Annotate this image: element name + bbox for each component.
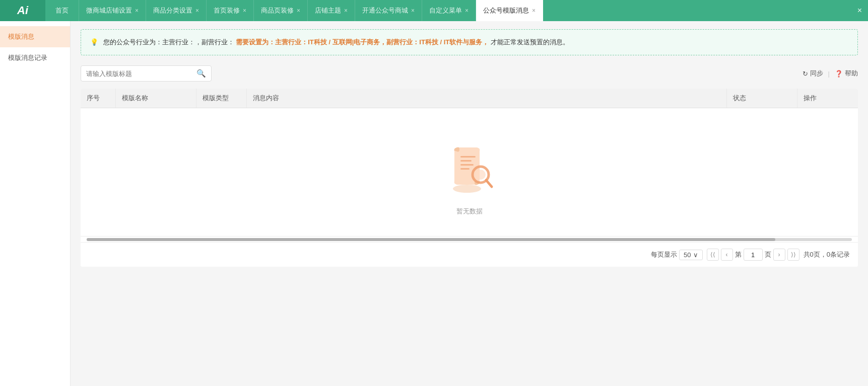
sidebar: 模版消息 模版消息记录 xyxy=(0,21,71,386)
nav-tab-category-settings-label: 商品分类设置 xyxy=(153,6,192,15)
per-page-select[interactable]: 50 ∨ xyxy=(679,250,702,260)
nav-tab-home-decor-close[interactable]: × xyxy=(243,7,246,14)
nav-tabs: 首页 微商城店铺设置 × 商品分类设置 × 首页装修 × 商品页装修 × 店铺主… xyxy=(45,0,857,21)
page-label-before: 第 xyxy=(735,250,742,259)
search-input-wrap: 🔍 xyxy=(81,65,212,82)
nav-tab-template-msg-label: 公众号模版消息 xyxy=(483,6,529,15)
svg-rect-1 xyxy=(460,156,476,158)
sync-label: 同步 xyxy=(810,69,823,78)
lightbulb-icon: 💡 xyxy=(90,38,98,46)
prev-page-button[interactable]: ‹ xyxy=(721,249,733,261)
search-input[interactable] xyxy=(86,70,196,78)
empty-illustration xyxy=(439,138,500,199)
nav-tab-template-msg[interactable]: 公众号模版消息 × xyxy=(476,0,543,21)
th-seq: 序号 xyxy=(81,89,116,108)
global-close-button[interactable]: × xyxy=(857,6,862,15)
total-info: 共0页，0条记录 xyxy=(804,250,850,259)
per-page-value: 50 xyxy=(684,251,691,259)
nav-tab-shop-theme[interactable]: 店铺主题 × xyxy=(308,0,355,21)
nav-tab-custom-menu-close[interactable]: × xyxy=(465,7,469,14)
help-button[interactable]: ❓ 帮助 xyxy=(835,69,858,78)
chevron-down-icon: ∨ xyxy=(693,251,698,259)
page-label-after: 页 xyxy=(765,250,771,259)
scrollbar-thumb xyxy=(87,238,775,241)
toolbar-divider: | xyxy=(828,70,830,78)
svg-point-0 xyxy=(453,185,481,193)
th-type: 模版类型 xyxy=(196,89,247,108)
notice-box: 💡 您的公众号行业为：主营行业：，副营行业： 需要设置为：主营行业：IT科技 /… xyxy=(81,29,858,55)
page-nav: ⟨⟨ ‹ 第 页 › ⟩⟩ xyxy=(707,249,799,261)
notice-highlight: 需要设置为：主营行业：IT科技 / 互联网|电子商务，副营行业：IT科技 / I… xyxy=(236,38,489,46)
scrollbar-track xyxy=(87,238,852,241)
svg-rect-2 xyxy=(460,160,472,162)
empty-text: 暂无数据 xyxy=(456,207,483,216)
pagination: 每页显示 50 ∨ ⟨⟨ ‹ 第 页 › ⟩⟩ 共0页，0条记录 xyxy=(81,242,858,267)
first-page-button[interactable]: ⟨⟨ xyxy=(707,249,719,261)
nav-tab-home[interactable]: 首页 xyxy=(45,0,79,21)
help-circle-icon: ❓ xyxy=(835,70,843,78)
data-table: 序号 模版名称 模版类型 消息内容 状态 操作 xyxy=(81,89,858,267)
nav-tab-product-decor[interactable]: 商品页装修 × xyxy=(254,0,308,21)
nav-tab-open-mall-label: 开通公众号商城 xyxy=(362,6,408,15)
nav-tab-home-decor[interactable]: 首页装修 × xyxy=(207,0,254,21)
nav-tab-shop-theme-close[interactable]: × xyxy=(344,7,348,14)
page-input[interactable] xyxy=(744,249,763,261)
search-bar: 🔍 ↻ 同步 | ❓ 帮助 xyxy=(81,65,858,82)
sidebar-item-template-msg-label: 模版消息 xyxy=(8,33,34,40)
nav-tab-category-settings[interactable]: 商品分类设置 × xyxy=(146,0,207,21)
toolbar-right: ↻ 同步 | ❓ 帮助 xyxy=(803,69,858,78)
sidebar-item-template-msg[interactable]: 模版消息 xyxy=(0,26,70,47)
page-size-select: 每页显示 50 ∨ xyxy=(651,250,702,260)
nav-tab-home-decor-label: 首页装修 xyxy=(214,6,240,15)
nav-tab-template-msg-close[interactable]: × xyxy=(532,7,536,14)
nav-tab-custom-menu-label: 自定义菜单 xyxy=(429,6,462,15)
th-name: 模版名称 xyxy=(116,89,196,108)
nav-tab-shop-settings-close[interactable]: × xyxy=(135,7,139,14)
logo: Ai xyxy=(0,0,45,21)
nav-tab-open-mall-close[interactable]: × xyxy=(411,7,415,14)
th-status: 状态 xyxy=(727,89,797,108)
nav-tab-shop-settings-label: 微商城店铺设置 xyxy=(86,6,132,15)
sidebar-item-template-msg-log[interactable]: 模版消息记录 xyxy=(0,47,70,68)
th-content: 消息内容 xyxy=(247,89,727,108)
per-page-label: 每页显示 xyxy=(651,250,677,259)
empty-state: 暂无数据 xyxy=(81,108,858,236)
refresh-icon: ↻ xyxy=(803,70,808,78)
main-layout: 模版消息 模版消息记录 💡 您的公众号行业为：主营行业：，副营行业： 需要设置为… xyxy=(0,21,868,386)
sync-button[interactable]: ↻ 同步 xyxy=(803,69,823,78)
sidebar-item-template-msg-log-label: 模版消息记录 xyxy=(8,54,47,61)
scrollbar-area[interactable] xyxy=(81,236,858,242)
help-label: 帮助 xyxy=(845,69,858,78)
nav-tab-category-settings-close[interactable]: × xyxy=(195,7,199,14)
svg-line-7 xyxy=(486,180,492,187)
nav-tab-shop-settings[interactable]: 微商城店铺设置 × xyxy=(79,0,146,21)
nav-tab-product-decor-close[interactable]: × xyxy=(297,7,300,14)
nav-tab-shop-theme-label: 店铺主题 xyxy=(315,6,341,15)
content-area: 💡 您的公众号行业为：主营行业：，副营行业： 需要设置为：主营行业：IT科技 /… xyxy=(71,21,868,386)
next-page-button[interactable]: › xyxy=(773,249,785,261)
th-action: 操作 xyxy=(797,89,858,108)
table-header: 序号 模版名称 模版类型 消息内容 状态 操作 xyxy=(81,89,858,108)
notice-suffix: 才能正常发送预置的消息。 xyxy=(491,38,569,46)
top-nav: Ai 首页 微商城店铺设置 × 商品分类设置 × 首页装修 × 商品页装修 × … xyxy=(0,0,868,21)
nav-tab-home-label: 首页 xyxy=(55,6,69,15)
nav-tab-custom-menu[interactable]: 自定义菜单 × xyxy=(422,0,476,21)
svg-point-6 xyxy=(476,170,486,180)
nav-tab-open-mall[interactable]: 开通公众号商城 × xyxy=(355,0,422,21)
svg-rect-3 xyxy=(460,164,474,166)
svg-rect-4 xyxy=(460,168,470,170)
nav-tab-product-decor-label: 商品页装修 xyxy=(261,6,294,15)
search-icon[interactable]: 🔍 xyxy=(196,69,206,78)
notice-prefix: 您的公众号行业为：主营行业：，副营行业： xyxy=(103,38,234,46)
last-page-button[interactable]: ⟩⟩ xyxy=(787,249,799,261)
